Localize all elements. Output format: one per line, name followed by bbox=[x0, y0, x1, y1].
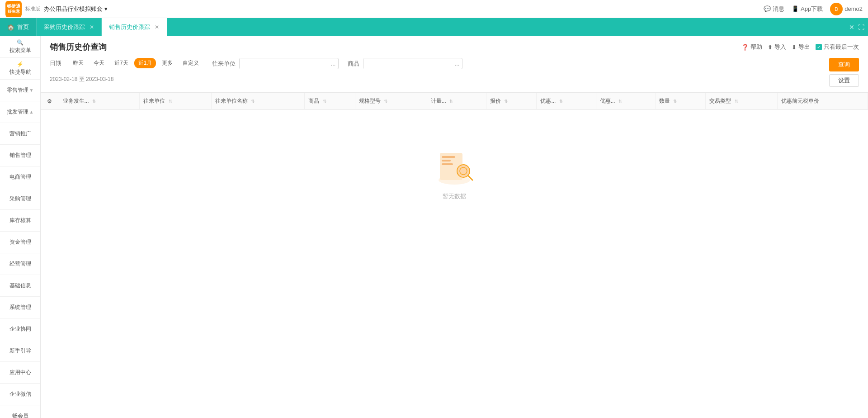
th-discount1[interactable]: 优惠... ⇅ bbox=[537, 93, 596, 110]
date-today[interactable]: 今天 bbox=[90, 58, 108, 68]
partner-picker-button[interactable]: ... bbox=[328, 58, 339, 69]
sort-icon: ⇅ bbox=[559, 99, 563, 104]
app-logo: 畅捷通 好生意 bbox=[5, 1, 22, 17]
partner-input[interactable] bbox=[240, 58, 328, 69]
th-settings[interactable]: ⚙ bbox=[41, 93, 59, 110]
sidebar-item-marketing[interactable]: 营销推广 bbox=[0, 123, 40, 145]
empty-icon bbox=[432, 146, 477, 187]
filter-main-row: 日期 昨天 今天 近7天 近1月 更多 自定义 2023-02-18 至 202… bbox=[50, 58, 859, 87]
svg-rect-4 bbox=[442, 163, 453, 165]
product-filter: 商品 ... bbox=[348, 58, 462, 69]
table-header-row: ⚙ 业务发生... ⇅ 往来单位 ⇅ 往来单位名称 ⇅ bbox=[41, 93, 868, 110]
sidebar-item-search[interactable]: 🔍 搜索菜单 bbox=[0, 36, 40, 58]
sort-icon: ⇅ bbox=[449, 99, 453, 104]
partner-label: 往来单位 bbox=[212, 60, 236, 68]
tab-sales[interactable]: 销售历史价跟踪 ✕ bbox=[102, 18, 167, 36]
sidebar-item-inventory[interactable]: 库存核算 bbox=[0, 210, 40, 232]
table-container: ⚙ 业务发生... ⇅ 往来单位 ⇅ 往来单位名称 ⇅ bbox=[41, 93, 868, 418]
date-range-display: 2023-02-18 至 2023-03-18 bbox=[50, 76, 203, 83]
empty-text: 暂无数据 bbox=[443, 192, 466, 200]
product-picker-button[interactable]: ... bbox=[452, 58, 462, 69]
sidebar-label: 标准版 bbox=[25, 5, 40, 12]
topbar-right: 💬 消息 📱 App下载 D demo2 bbox=[764, 3, 863, 15]
tab-purchase[interactable]: 采购历史价跟踪 ✕ bbox=[37, 18, 102, 36]
sidebar-item-operations[interactable]: 经营管理 bbox=[0, 253, 40, 275]
only-last-checkbox[interactable]: ✓ 只看最后一次 bbox=[816, 43, 859, 51]
maximize-button[interactable]: ⛶ bbox=[858, 24, 864, 31]
sort-icon: ⇅ bbox=[251, 99, 255, 104]
sidebar-item-purchase[interactable]: 采购管理 bbox=[0, 188, 40, 210]
date-yesterday[interactable]: 昨天 bbox=[69, 58, 88, 68]
date-buttons: 昨天 今天 近7天 近1月 更多 自定义 bbox=[69, 58, 203, 68]
sidebar-item-shortcut[interactable]: ⚡ 快捷导航 bbox=[0, 58, 40, 80]
close-sales-tab[interactable]: ✕ bbox=[155, 24, 159, 30]
sidebar-item-guide[interactable]: 新手引导 bbox=[0, 340, 40, 362]
help-icon: ❓ bbox=[741, 44, 749, 51]
th-trade-type[interactable]: 交易类型 ⇅ bbox=[706, 93, 778, 110]
tab-home[interactable]: 🏠 首页 bbox=[0, 18, 37, 36]
filter-action-buttons: 查询 设置 bbox=[829, 58, 859, 87]
sidebar-item-retail[interactable]: 零售管理 ▼ bbox=[0, 80, 40, 101]
product-input-group: ... bbox=[363, 58, 462, 69]
settings-icon: ⚙ bbox=[47, 98, 52, 104]
sidebar-item-system[interactable]: 系统管理 bbox=[0, 297, 40, 318]
svg-rect-2 bbox=[442, 156, 455, 158]
topbar-left: 畅捷通 好生意 标准版 办公用品行业模拟账套 ▾ bbox=[5, 1, 108, 17]
import-button[interactable]: ⬆ 导入 bbox=[768, 43, 786, 51]
th-partner-name[interactable]: 往来单位名称 ⇅ bbox=[212, 93, 305, 110]
settings-button[interactable]: 设置 bbox=[829, 74, 859, 87]
date-more[interactable]: 更多 bbox=[158, 58, 177, 68]
sidebar-item-sales-mgmt[interactable]: 销售管理 bbox=[0, 145, 40, 166]
sidebar-item-ecommerce[interactable]: 电商管理 bbox=[0, 166, 40, 188]
sidebar-item-member[interactable]: 畅会员 bbox=[0, 405, 40, 418]
partner-filter: 往来单位 ... bbox=[212, 58, 339, 69]
shortcut-icon: ⚡ bbox=[17, 61, 24, 67]
sort-icon: ⇅ bbox=[735, 99, 738, 104]
svg-rect-3 bbox=[442, 160, 451, 162]
close-all-tabs-button[interactable]: ✕ bbox=[849, 24, 854, 31]
query-button[interactable]: 查询 bbox=[829, 58, 859, 71]
sort-icon: ⇅ bbox=[92, 99, 96, 104]
th-quantity[interactable]: 数量 ⇅ bbox=[655, 93, 705, 110]
filter-section: 销售历史价查询 ❓ 帮助 ⬆ 导入 ⬇ 导出 ✓ bbox=[41, 36, 868, 93]
sidebar-item-wholesale[interactable]: 批发管理 ▲ bbox=[0, 101, 40, 123]
chevron-down-icon: ▼ bbox=[29, 88, 34, 93]
product-input[interactable] bbox=[363, 58, 452, 69]
app-download-button[interactable]: 📱 App下载 bbox=[792, 5, 823, 13]
sidebar-item-wechat[interactable]: 企业微信 bbox=[0, 384, 40, 405]
main-layout: 🔍 搜索菜单 ⚡ 快捷导航 零售管理 ▼ 批发管理 ▲ 营销推广 销售管理 电商… bbox=[0, 36, 868, 418]
th-biz-date[interactable]: 业务发生... ⇅ bbox=[59, 93, 140, 110]
page-actions: ❓ 帮助 ⬆ 导入 ⬇ 导出 ✓ 只看最后一次 bbox=[741, 43, 859, 51]
user-menu[interactable]: D demo2 bbox=[830, 3, 863, 15]
th-unit[interactable]: 计量... ⇅ bbox=[427, 93, 486, 110]
page-title: 销售历史价查询 bbox=[50, 42, 107, 52]
help-button[interactable]: ❓ 帮助 bbox=[741, 43, 762, 51]
workspace-selector[interactable]: 办公用品行业模拟账套 ▾ bbox=[44, 5, 108, 13]
th-price[interactable]: 报价 ⇅ bbox=[486, 93, 536, 110]
content-area: 销售历史价查询 ❓ 帮助 ⬆ 导入 ⬇ 导出 ✓ bbox=[41, 36, 868, 418]
export-button[interactable]: ⬇ 导出 bbox=[792, 43, 810, 51]
th-no-tax-price[interactable]: 优惠前无税单价 bbox=[778, 93, 868, 110]
filter-date-row: 日期 昨天 今天 近7天 近1月 更多 自定义 bbox=[50, 58, 203, 74]
date-1month[interactable]: 近1月 bbox=[134, 58, 156, 68]
th-discount2[interactable]: 优惠... ⇅ bbox=[596, 93, 655, 110]
message-button[interactable]: 💬 消息 bbox=[764, 5, 784, 13]
product-label: 商品 bbox=[348, 60, 359, 68]
sidebar-item-apps[interactable]: 应用中心 bbox=[0, 362, 40, 384]
search-icon: 🔍 bbox=[17, 39, 24, 46]
sidebar-item-finance[interactable]: 资金管理 bbox=[0, 232, 40, 253]
topbar: 畅捷通 好生意 标准版 办公用品行业模拟账套 ▾ 💬 消息 📱 App下载 D … bbox=[0, 0, 868, 18]
date-7days[interactable]: 近7天 bbox=[110, 58, 132, 68]
th-spec[interactable]: 规格型号 ⇅ bbox=[355, 93, 427, 110]
sort-icon: ⇅ bbox=[504, 99, 508, 104]
date-custom[interactable]: 自定义 bbox=[179, 58, 203, 68]
th-partner-code[interactable]: 往来单位 ⇅ bbox=[140, 93, 212, 110]
th-product[interactable]: 商品 ⇅ bbox=[305, 93, 355, 110]
sidebar-item-cooperation[interactable]: 企业协同 bbox=[0, 318, 40, 340]
date-label: 日期 bbox=[50, 59, 61, 67]
sort-icon: ⇅ bbox=[169, 99, 172, 104]
sidebar-item-basic[interactable]: 基础信息 bbox=[0, 275, 40, 297]
tabbar: 🏠 首页 采购历史价跟踪 ✕ 销售历史价跟踪 ✕ ✕ ⛶ bbox=[0, 18, 868, 36]
message-icon: 💬 bbox=[764, 5, 771, 12]
close-purchase-tab[interactable]: ✕ bbox=[90, 24, 94, 30]
